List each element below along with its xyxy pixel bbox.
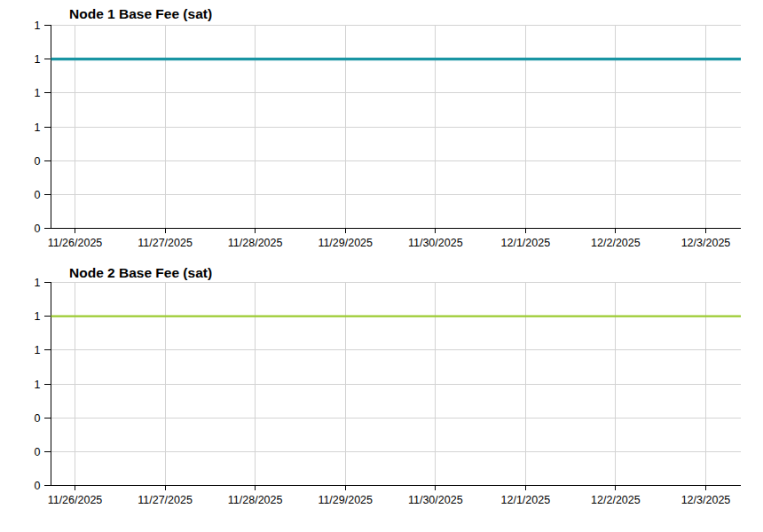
- x-tick-label: 11/26/2025: [48, 494, 103, 506]
- x-tick-label: 11/29/2025: [318, 494, 373, 506]
- y-tick-label: 1: [35, 344, 41, 356]
- node1-chart-canvas: Node 1 Base Fee (sat) 111100011/26/20251…: [0, 0, 763, 257]
- y-tick-label: 0: [35, 155, 41, 168]
- node1-base-fee-chart: Node 1 Base Fee (sat) 111100011/26/20251…: [0, 0, 763, 257]
- x-tick-label: 12/2/2025: [591, 237, 641, 249]
- x-tick-label: 11/28/2025: [228, 237, 283, 249]
- x-tick-label: 12/3/2025: [681, 237, 731, 249]
- y-tick-label: 1: [35, 310, 41, 323]
- x-tick-label: 12/1/2025: [501, 237, 551, 249]
- x-tick-label: 12/3/2025: [681, 494, 731, 506]
- y-tick-label: 0: [35, 189, 41, 201]
- y-tick-label: 1: [35, 53, 41, 66]
- base-fee-dashboard: Node 1 Base Fee (sat) 111100011/26/20251…: [0, 0, 763, 532]
- y-tick-label: 1: [35, 379, 41, 391]
- y-tick-label: 0: [35, 412, 41, 425]
- y-tick-label: 0: [35, 223, 41, 235]
- y-tick-label: 1: [35, 121, 41, 134]
- x-tick-label: 11/28/2025: [228, 494, 283, 506]
- x-tick-label: 12/1/2025: [501, 494, 551, 506]
- y-tick-label: 1: [35, 20, 41, 32]
- node2-plot-area: 111100011/26/202511/27/202511/28/202511/…: [35, 277, 741, 506]
- y-tick-label: 1: [35, 87, 41, 99]
- node1-plot-area: 111100011/26/202511/27/202511/28/202511/…: [35, 20, 741, 249]
- chart-title: Node 2 Base Fee (sat): [69, 265, 212, 280]
- y-tick-label: 0: [35, 446, 41, 458]
- x-tick-label: 11/30/2025: [408, 237, 463, 249]
- node2-base-fee-chart: Node 2 Base Fee (sat) 111100011/26/20251…: [0, 257, 763, 532]
- x-tick-label: 11/27/2025: [138, 494, 193, 506]
- y-tick-label: 0: [35, 480, 41, 492]
- y-tick-label: 1: [35, 277, 41, 289]
- x-tick-label: 12/2/2025: [591, 494, 641, 506]
- node2-chart-canvas: Node 2 Base Fee (sat) 111100011/26/20251…: [0, 257, 763, 532]
- x-tick-label: 11/30/2025: [408, 494, 463, 506]
- x-tick-label: 11/26/2025: [48, 237, 103, 249]
- chart-title: Node 1 Base Fee (sat): [69, 6, 212, 21]
- x-tick-label: 11/27/2025: [138, 237, 193, 249]
- x-tick-label: 11/29/2025: [318, 237, 373, 249]
